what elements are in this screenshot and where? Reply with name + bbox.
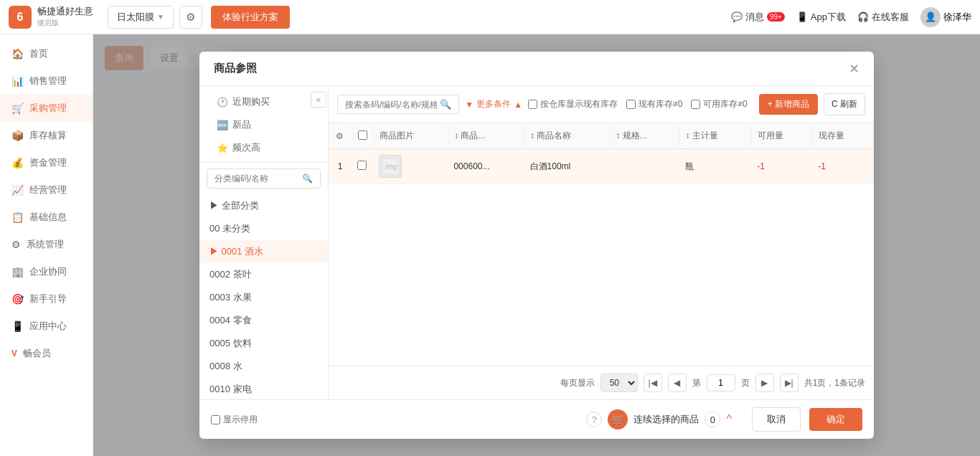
category-appliance[interactable]: 0010 家电 (199, 378, 328, 399)
sidebar-item-enterprise[interactable]: 🏢 企业协同 (0, 258, 93, 285)
collapse-panel-button[interactable]: « (311, 92, 326, 108)
sidebar-item-member[interactable]: V 畅会员 (0, 340, 93, 367)
category-search-input-wrap[interactable]: 🔍 (207, 168, 321, 189)
username-label: 徐泽华 (943, 11, 971, 24)
sales-icon: 📊 (11, 75, 24, 87)
branch-label: 日太阳膜 (117, 11, 154, 24)
add-product-button[interactable]: + 新增商品 (759, 94, 818, 115)
home-icon: 🏠 (11, 48, 24, 60)
quick-new-products[interactable]: 🆕 新品 (207, 113, 321, 136)
sidebar-item-guide[interactable]: 🎯 新手引导 (0, 285, 93, 313)
checkbox-stock-nonzero[interactable]: 现有库存≠0 (626, 98, 682, 110)
confirm-button[interactable]: 确定 (809, 408, 862, 431)
sidebar-item-apps[interactable]: 📱 应用中心 (0, 313, 93, 340)
select-all-checkbox[interactable] (358, 130, 367, 140)
help-icon[interactable]: ? (586, 412, 602, 427)
sidebar-item-operation[interactable]: 📈 经营管理 (0, 176, 93, 204)
online-service-item[interactable]: 🎧 在线客服 (857, 11, 909, 24)
main-content: 查询 设置 刷新 商品参照 ✕ (93, 34, 980, 456)
product-thumbnail: img (379, 155, 402, 178)
col-settings[interactable]: ⚙ (329, 123, 352, 149)
sidebar-item-sales[interactable]: 📊 销售管理 (0, 67, 93, 95)
quick-recent-purchase[interactable]: 🕐 近期购买 (207, 90, 321, 113)
first-page-button[interactable]: |◀ (644, 374, 662, 392)
message-icon: 💬 (731, 11, 743, 22)
cart-label: 连续选择的商品 (633, 413, 699, 426)
sidebar-item-finance[interactable]: 💰 资金管理 (0, 149, 93, 176)
star-icon: ⭐ (217, 143, 228, 153)
page-size-label: 每页显示 (560, 377, 595, 389)
avatar: 👤 (920, 7, 941, 27)
checkbox-available-nonzero[interactable]: 可用库存≠0 (691, 98, 747, 110)
checkbox-warehouse-stock[interactable]: 按仓库显示现有库存 (528, 98, 618, 110)
guide-icon: 🎯 (11, 293, 24, 305)
next-page-button[interactable]: ▶ (755, 374, 774, 392)
sidebar-item-system[interactable]: ⚙ 系统管理 (0, 231, 93, 258)
sidebar: 🏠 首页 📊 销售管理 🛒 采购管理 📦 库存核算 💰 资金管理 📈 经营管理 … (0, 34, 93, 456)
quick-high-frequency[interactable]: ⭐ 频次高 (207, 136, 321, 159)
sidebar-item-basic[interactable]: 📋 基础信息 (0, 204, 93, 231)
page-size-select[interactable]: 50 (600, 374, 638, 392)
messages-nav-item[interactable]: 💬 消息 99+ (731, 11, 785, 24)
row-checkbox[interactable] (352, 149, 373, 184)
refresh-table-button[interactable]: C 刷新 (824, 93, 865, 115)
category-search-icon[interactable]: 🔍 (302, 174, 313, 184)
product-table-wrap: ⚙ 商品图片 ↕ 商品... ↕ 商品名称 ↕ 规格... ↕ 主计量 可用量 (329, 123, 874, 366)
collapse-cart-icon[interactable]: ^ (726, 413, 732, 426)
chevron-down-icon: ▼ (157, 13, 164, 21)
col-code[interactable]: ↕ 商品... (448, 123, 524, 149)
branch-selector[interactable]: 日太阳膜 ▼ (108, 6, 174, 29)
cart-icon[interactable]: 🛒 (608, 409, 628, 429)
last-page-button[interactable]: ▶| (780, 374, 798, 392)
category-fruit[interactable]: 0003 水果 (199, 286, 328, 309)
cancel-button[interactable]: 取消 (752, 407, 801, 432)
more-filter-button[interactable]: ▼ 更多条件 ▲ (465, 98, 522, 110)
modal-left-panel: 🕐 近期购买 🆕 新品 ⭐ 频次高 (199, 86, 329, 399)
category-uncategorized[interactable]: 00 未分类 (199, 217, 328, 240)
sidebar-item-purchase[interactable]: 🛒 采购管理 (0, 95, 93, 122)
pagination: 每页显示 50 |◀ ◀ 第 页 ▶ ▶| 共1页，1条记录 (329, 366, 874, 399)
col-name[interactable]: ↕ 商品名称 (524, 123, 610, 149)
page-number-input[interactable] (707, 374, 735, 391)
category-beverage[interactable]: 0005 饮料 (199, 332, 328, 355)
logo-text: 畅捷通好生意 (37, 6, 93, 18)
user-avatar-area[interactable]: 👤 徐泽华 (920, 7, 971, 27)
category-liquor[interactable]: ▶ 0001 酒水 (199, 240, 328, 263)
search-icon[interactable]: 🔍 (440, 99, 451, 110)
modal-body: 🕐 近期购买 🆕 新品 ⭐ 频次高 (199, 86, 874, 399)
col-available: 可用量 (751, 123, 812, 149)
category-water[interactable]: 0008 水 (199, 355, 328, 378)
row-stock: -1 (812, 149, 873, 184)
sidebar-item-home[interactable]: 🏠 首页 (0, 40, 93, 67)
operation-icon: 📈 (11, 184, 24, 196)
show-disabled-checkbox[interactable]: 显示停用 (211, 414, 258, 426)
svg-text:img: img (385, 163, 397, 171)
sidebar-item-inventory[interactable]: 📦 库存核算 (0, 122, 93, 149)
category-all[interactable]: ▶ 全部分类 (199, 194, 328, 217)
app-download-item[interactable]: 📱 App下载 (796, 11, 846, 24)
logo: 6 畅捷通好生意 捷启版 (9, 6, 102, 29)
row-spec (610, 149, 679, 184)
col-spec[interactable]: ↕ 规格... (610, 123, 679, 149)
row-code: 000600... (448, 149, 524, 184)
product-search-input[interactable] (345, 100, 437, 110)
prev-page-button[interactable]: ◀ (668, 374, 687, 392)
col-image: 商品图片 (373, 123, 448, 149)
modal-close-button[interactable]: ✕ (849, 62, 859, 75)
finance-icon: 💰 (11, 157, 24, 168)
category-tea[interactable]: 0002 茶叶 (199, 263, 328, 286)
row-image: img (373, 149, 448, 184)
cart-count: 0 (705, 412, 720, 427)
col-unit[interactable]: ↕ 主计量 (679, 123, 751, 149)
new-icon: 🆕 (217, 120, 228, 130)
try-industry-button[interactable]: 体验行业方案 (211, 6, 290, 29)
clock-icon: 🕐 (217, 97, 228, 108)
settings-icon[interactable]: ⚙ (179, 6, 202, 29)
category-snack[interactable]: 0004 零食 (199, 309, 328, 332)
table-row[interactable]: 1 img (329, 149, 874, 184)
inventory-icon: 📦 (11, 130, 24, 141)
product-search-input-wrap[interactable]: 🔍 (337, 95, 459, 114)
apps-icon: 📱 (11, 320, 24, 332)
table-action-buttons: + 新增商品 C 刷新 (759, 93, 865, 115)
category-search-input[interactable] (215, 174, 299, 184)
